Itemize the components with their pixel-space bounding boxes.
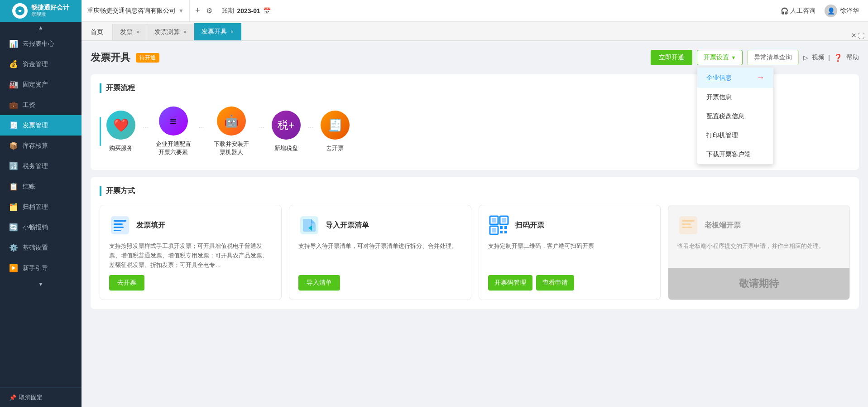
tab-invoice-open-close[interactable]: ×: [230, 29, 234, 35]
settings-icon[interactable]: ⚙: [206, 6, 212, 15]
add-company-icon[interactable]: +: [195, 6, 200, 15]
boss-method-icon: [677, 214, 699, 236]
headset-icon: 🎧: [781, 7, 788, 15]
cancel-fixed-button[interactable]: 📌 取消固定: [0, 388, 82, 407]
sidebar-item-tax[interactable]: 🔢 税务管理: [0, 156, 82, 176]
tab-home[interactable]: 首页: [82, 24, 113, 40]
tab-invoice-open[interactable]: 发票开具 ×: [194, 23, 241, 40]
logo-title: 畅捷通好会计: [31, 4, 69, 11]
activate-button[interactable]: 立即开通: [651, 50, 692, 65]
tab-invoice[interactable]: 发票 ×: [113, 24, 147, 40]
scan-apply-button[interactable]: 查看申请: [536, 275, 574, 291]
step5-icon: 🧾: [321, 111, 350, 140]
import-method-desc: 支持导入待开票清单，可对待开票清单进行拆分、合并处理。: [298, 242, 461, 270]
company-selector[interactable]: 重庆畅捷交通信息咨询有限公司 ▼: [82, 0, 190, 21]
logo-sub: 旗舰版: [31, 11, 69, 18]
svg-rect-7: [303, 219, 312, 232]
scan-method-title: 扫码开票: [515, 221, 544, 230]
svg-rect-16: [504, 226, 507, 229]
scan-method-icon: [488, 214, 510, 236]
svg-rect-1: [111, 216, 129, 234]
dropdown-printer-label: 打印机管理: [706, 131, 738, 139]
chevron-down-icon: ▼: [178, 8, 184, 14]
sidebar-item-report[interactable]: 🔄 小畅报销: [0, 217, 82, 237]
process-step-3: 🤖 下载并安装开票机器人: [211, 107, 252, 156]
sidebar-item-inventory[interactable]: 📦 库存核算: [0, 136, 82, 156]
sidebar-label-fixed-assets: 固定资产: [23, 81, 48, 89]
scan-method-desc: 支持定制开票二维码，客户端可扫码开票: [488, 242, 651, 270]
sidebar-scroll-up[interactable]: ▲: [0, 22, 82, 34]
sidebar-item-fund[interactable]: 💰 资金管理: [0, 54, 82, 74]
tab-invoice-calc-close[interactable]: ×: [183, 29, 187, 35]
tabs-bar: 首页 发票 × 发票测算 × 发票开具 × × ⛶: [82, 22, 868, 41]
tab-home-label: 首页: [91, 28, 103, 36]
sidebar-label-settle: 结账: [23, 183, 35, 191]
sidebar-item-settle[interactable]: 📋 结账: [0, 176, 82, 197]
import-method-button[interactable]: 导入清单: [298, 275, 340, 291]
sidebar-item-fixed-assets[interactable]: 🏭 固定资产: [0, 74, 82, 95]
step2-label: 企业开通配置开票六要素: [155, 140, 192, 156]
pin-icon: 📌: [9, 394, 16, 401]
dropdown-item-tax-config[interactable]: 配置税盘信息: [697, 107, 773, 126]
sidebar-item-archive[interactable]: 🗂️ 归档管理: [0, 197, 82, 217]
sidebar-label-settings: 基础设置: [23, 244, 48, 252]
invoice-settings-button[interactable]: 开票设置 ▼: [697, 50, 743, 65]
sidebar-label-inventory: 库存核算: [23, 142, 48, 150]
user-info[interactable]: 👤 徐泽华: [825, 5, 859, 17]
consult-button[interactable]: 🎧 人工咨询: [781, 7, 815, 15]
fill-method-button[interactable]: 去开票: [109, 275, 144, 291]
dropdown-item-company-info[interactable]: 企业信息 →: [697, 68, 773, 88]
calendar-icon[interactable]: 📅: [263, 7, 271, 15]
sidebar-label-guide: 新手引导: [23, 264, 48, 272]
tab-invoice-calc[interactable]: 发票测算 ×: [147, 24, 194, 40]
sidebar-item-guide[interactable]: ▶️ 新手引导: [0, 258, 82, 278]
methods-section-title: 开票方式: [100, 186, 850, 196]
tab-close-button[interactable]: ×: [851, 31, 856, 40]
sidebar-scroll-down[interactable]: ▼: [0, 278, 82, 290]
settle-icon: 📋: [9, 182, 18, 191]
tab-invoice-close[interactable]: ×: [136, 29, 139, 35]
sidebar-label-report: 小畅报销: [23, 223, 48, 232]
logo-area: 畅捷通好会计 旗舰版: [0, 0, 82, 22]
svg-rect-20: [682, 220, 695, 222]
svg-rect-18: [504, 231, 507, 233]
dropdown-item-printer[interactable]: 打印机管理: [697, 126, 773, 145]
abnormal-list-button[interactable]: 异常清单查询: [747, 50, 799, 65]
period-info: 账期 2023-01 📅: [218, 7, 274, 15]
tab-expand-button[interactable]: ⛶: [858, 32, 864, 39]
logo-icon: [12, 3, 28, 19]
boss-method-title: 老板端开票: [705, 221, 741, 230]
svg-rect-12: [502, 218, 506, 223]
boss-overlay: 敬请期待: [668, 268, 849, 300]
sidebar-item-invoice[interactable]: 🧾 发票管理: [0, 115, 82, 136]
play-icon: ▷: [803, 54, 808, 61]
sidebar-label-fund: 资金管理: [23, 60, 48, 68]
fill-method-title: 发票填开: [136, 221, 165, 230]
scan-qr-button[interactable]: 开票码管理: [488, 275, 532, 291]
dropdown-item-invoice-info[interactable]: 开票信息: [697, 88, 773, 107]
fill-method-desc: 支持按照发票样式手工填开发票；可开具增值税电子普通发票、增值税普通发票、增值税专…: [109, 242, 272, 270]
method-card-boss: 老板端开票 查看老板端小程序提交的开票申请，并作出相应的处理。 敬请期待: [668, 205, 850, 300]
svg-rect-14: [492, 228, 496, 233]
svg-rect-17: [500, 231, 503, 233]
divider: |: [828, 54, 830, 61]
help-label[interactable]: 帮助: [846, 53, 859, 62]
dropdown-item-download-client[interactable]: 下载开票客户端: [697, 145, 773, 164]
svg-rect-15: [500, 226, 503, 229]
sidebar-label-archive: 归档管理: [23, 203, 48, 211]
sidebar-label-cloud-report: 云报表中心: [23, 40, 54, 48]
user-name: 徐泽华: [840, 7, 859, 15]
sidebar-item-salary[interactable]: 💼 工资: [0, 95, 82, 115]
step4-label: 新增税盘: [274, 144, 298, 152]
page-content: 发票开具 待开通 立即开通 开票设置 ▼: [82, 41, 868, 407]
svg-rect-21: [682, 223, 691, 225]
method-card-import: 导入开票清单 支持导入待开票清单，可对待开票清单进行拆分、合并处理。 导入清单: [289, 205, 471, 300]
method-card-scan: 扫码开票 支持定制开票二维码，客户端可扫码开票 开票码管理 查看申请: [479, 205, 661, 300]
settings-nav-icon: ⚙️: [9, 243, 18, 252]
video-label[interactable]: 视频: [812, 53, 825, 62]
dropdown-invoice-info-label: 开票信息: [706, 93, 732, 101]
svg-rect-3: [114, 223, 123, 225]
boss-overlay-text: 敬请期待: [739, 278, 779, 289]
sidebar-item-cloud-report[interactable]: 📊 云报表中心: [0, 34, 82, 54]
sidebar-item-settings[interactable]: ⚙️ 基础设置: [0, 237, 82, 258]
